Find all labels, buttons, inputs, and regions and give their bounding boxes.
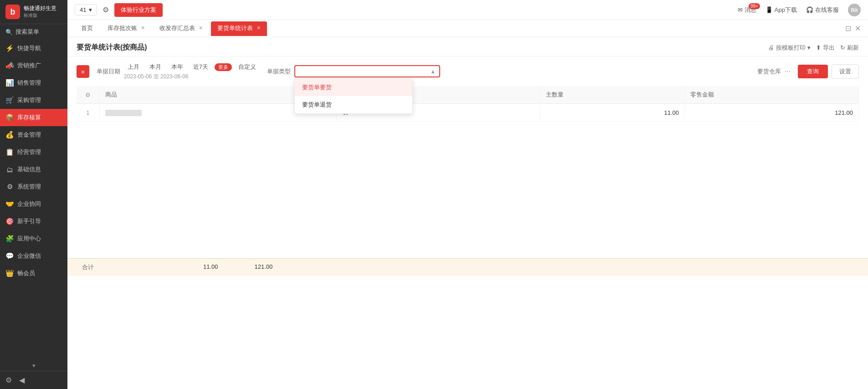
date-custom[interactable]: 自定义 — [235, 62, 260, 72]
type-select-box[interactable]: ▲ — [294, 65, 440, 77]
cell-quantity: 11.00 — [540, 104, 684, 122]
tab-order-summary[interactable]: 要货单统计表✕ — [211, 21, 267, 36]
page-title: 要货单统计表(按商品) — [77, 43, 147, 52]
date-range-display: 2023-05-06 至 2023-06-06 — [124, 73, 260, 81]
topbar-settings-icon[interactable]: ⚙ — [103, 5, 109, 14]
sidebar-scroll-down[interactable]: ▾ — [0, 360, 67, 371]
sidebar-label-quick-nav: 快捷导航 — [17, 44, 41, 52]
sidebar-item-system[interactable]: ⚙系统管理 — [0, 178, 67, 195]
app-download-action[interactable]: 📱 App下载 — [765, 6, 797, 14]
sidebar: b 畅捷通好生意 标准版 🔍 搜索菜单 ⚡快捷导航📣营销推广📊销售管理🛒采购管理… — [0, 0, 67, 389]
type-input[interactable] — [299, 68, 430, 75]
refresh-btn[interactable]: ↻ 刷新 — [840, 44, 859, 52]
sidebar-item-finance[interactable]: 💰资金管理 — [0, 126, 67, 143]
print-btn[interactable]: 🖨 按模板打印 ▾ — [768, 44, 811, 52]
search-label: 搜索菜单 — [15, 28, 39, 36]
table-spacer — [67, 122, 868, 258]
app-icon: 📱 — [765, 6, 773, 13]
sidebar-item-inventory[interactable]: 📦库存核算 — [0, 109, 67, 126]
chevron-down-icon: ▾ — [89, 6, 92, 13]
tab-home[interactable]: 首页 — [75, 21, 99, 36]
close-all-icon[interactable]: ✕ — [855, 24, 861, 33]
date-filter-group: 单据日期 上月 本月 本年 近7天 更多 自定义 2023-05-06 至 20… — [97, 62, 260, 81]
search-menu[interactable]: 🔍 搜索菜单 — [0, 24, 67, 40]
content-area: 要货单统计表(按商品) 🖨 按模板打印 ▾ ⬆ 导出 ↻ 刷新 — [67, 37, 868, 389]
filter-bar: » 单据日期 上月 本月 本年 近7天 更多 自定义 2023-05-06 — [67, 56, 868, 86]
sidebar-icon-guide: 🎯 — [5, 217, 14, 225]
footer-amount: 121.00 — [255, 263, 273, 271]
export-btn[interactable]: ⬆ 导出 — [816, 44, 835, 52]
dropdown-item-return[interactable]: 要货单退货 — [295, 96, 412, 113]
top-bar-left: 41 ▾ ⚙ 体验行业方案 — [75, 3, 163, 17]
sidebar-item-base[interactable]: 🗂基础信息 — [0, 161, 67, 178]
logo-subtitle: 标准版 — [24, 12, 56, 19]
company-selector[interactable]: 41 ▾ — [75, 4, 97, 15]
maximize-icon[interactable]: ⊡ — [845, 24, 851, 33]
date-more[interactable]: 更多 — [215, 63, 232, 71]
sidebar-item-appstore[interactable]: 🧩应用中心 — [0, 230, 67, 247]
print-label: 按模板打印 — [776, 44, 806, 52]
date-this-month[interactable]: 本月 — [146, 62, 165, 72]
sidebar-icon-purchase: 🛒 — [5, 96, 14, 104]
sidebar-icon-quick-nav: ⚡ — [5, 44, 14, 52]
sidebar-item-quick-nav[interactable]: ⚡快捷导航 — [0, 40, 67, 57]
sidebar-icon-finance: 💰 — [5, 131, 14, 139]
sidebar-label-purchase: 采购管理 — [17, 96, 41, 104]
date-this-year[interactable]: 本年 — [168, 62, 187, 72]
messages-action[interactable]: ✉ 消息 99+ — [738, 6, 756, 14]
sidebar-item-enterprise[interactable]: 🤝企业协同 — [0, 195, 67, 213]
sidebar-item-sales[interactable]: 📊销售管理 — [0, 74, 67, 92]
sidebar-item-marketing[interactable]: 📣营销推广 — [0, 57, 67, 74]
date-last-month[interactable]: 上月 — [124, 62, 143, 72]
col-settings[interactable]: ⚙ — [77, 86, 99, 104]
sidebar-nav: ⚡快捷导航📣营销推广📊销售管理🛒采购管理📦库存核算💰资金管理📋经营管理🗂基础信息… — [0, 40, 67, 360]
print-icon: 🖨 — [768, 44, 774, 51]
tab-receive-summary[interactable]: 收发存汇总表✕ — [153, 21, 209, 36]
tab-close-receive-summary[interactable]: ✕ — [199, 25, 203, 31]
product-name-placeholder — [105, 110, 142, 116]
sidebar-icon-system: ⚙ — [5, 183, 14, 191]
tab-close-inventory-batch[interactable]: ✕ — [141, 25, 145, 31]
collapse-icon[interactable]: ◀ — [19, 376, 25, 384]
messages-icon: ✉ — [738, 6, 743, 13]
table-header-row: ⚙ 商品 主计量单位 主数量 零售金额 — [77, 86, 859, 104]
tab-close-order-summary[interactable]: ✕ — [257, 25, 261, 31]
type-label: 单据类型 — [267, 67, 291, 76]
type-chevron-up-icon[interactable]: ▲ — [430, 68, 436, 75]
cell-amount: 121.00 — [685, 104, 859, 122]
warehouse-more-icon[interactable]: ··· — [785, 67, 791, 76]
sidebar-item-purchase[interactable]: 🛒采购管理 — [0, 92, 67, 109]
refresh-icon: ↻ — [840, 44, 845, 51]
sidebar-label-marketing: 营销推广 — [17, 61, 41, 70]
sidebar-item-wechat[interactable]: 💬企业微信 — [0, 247, 67, 265]
tab-bar: 首页库存批次账✕收发存汇总表✕要货单统计表✕ ⊡ ✕ — [67, 20, 868, 37]
messages-badge: 99+ — [749, 3, 760, 9]
footer-label: 合计 — [82, 263, 94, 271]
tab-inventory-batch[interactable]: 库存批次账✕ — [101, 21, 151, 36]
dropdown-item-order[interactable]: 要货单要货 — [295, 79, 412, 96]
sidebar-label-finance: 资金管理 — [17, 131, 41, 139]
type-select-container: ▲ 要货单要货 要货单退货 — [294, 65, 458, 77]
date-label: 单据日期 — [97, 67, 120, 76]
date-7days[interactable]: 近7天 — [190, 62, 212, 72]
avatar[interactable]: Rit — [848, 4, 861, 16]
sidebar-label-enterprise: 企业协同 — [17, 200, 41, 208]
col-amount: 零售金额 — [685, 86, 859, 104]
sidebar-label-sales: 销售管理 — [17, 79, 41, 87]
table-wrapper: ⚙ 商品 主计量单位 主数量 零售金额 1 块 11.00 121.00 — [67, 86, 868, 122]
online-service-action[interactable]: 🎧 在线客服 — [806, 6, 839, 14]
filter-settings-button[interactable]: 设置 — [832, 64, 859, 79]
sidebar-item-guide[interactable]: 🎯新手引导 — [0, 213, 67, 230]
footer-quantity: 11.00 — [203, 263, 218, 271]
trial-button[interactable]: 体验行业方案 — [114, 3, 163, 17]
sidebar-label-appstore: 应用中心 — [17, 235, 41, 243]
sidebar-item-member[interactable]: 👑畅会员 — [0, 265, 67, 282]
filter-expand-button[interactable]: » — [77, 65, 89, 78]
column-settings-icon[interactable]: ⚙ — [85, 92, 91, 98]
sidebar-label-guide: 新手引导 — [17, 217, 41, 225]
tab-expand-actions: ⊡ ✕ — [845, 24, 861, 33]
sidebar-icon-sales: 📊 — [5, 79, 14, 87]
query-button[interactable]: 查询 — [798, 65, 828, 78]
sidebar-item-operations[interactable]: 📋经营管理 — [0, 143, 67, 161]
settings-icon[interactable]: ⚙ — [5, 376, 12, 384]
